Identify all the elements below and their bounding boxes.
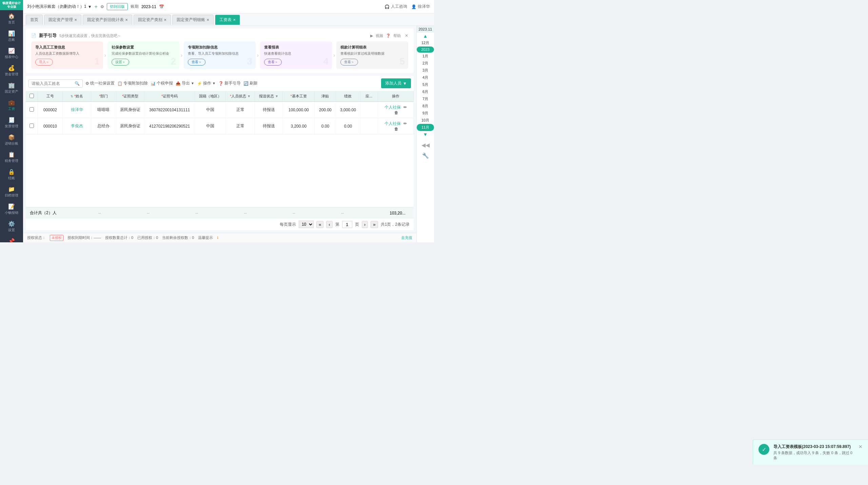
edit-icon-2[interactable]: ✏ — [403, 121, 407, 126]
wizard-close-button[interactable]: ✕ — [405, 33, 408, 38]
page-number-input[interactable] — [342, 221, 352, 228]
sidebar-item-ledger[interactable]: 📊 总账 — [0, 27, 23, 45]
select-all-checkbox[interactable] — [29, 94, 34, 98]
calendar-month-2[interactable]: 2月 — [417, 60, 434, 67]
sidebar-expand-icon[interactable]: ◀◀ — [420, 141, 431, 150]
edit-icon-1[interactable]: ✏ — [403, 105, 407, 110]
row-checkbox-2[interactable] — [26, 118, 38, 134]
topbar: 刘小艳演示账套（勿删勿动！）1 ▼ + ⚙ 切到旧版 账期 2023-11 📅 … — [23, 0, 434, 14]
deduction-btn[interactable]: 📋 专项附加扣除 — [117, 80, 148, 86]
main-panel: 📄 新手引导 5步快速完成设置，快去完善信息吧～ ▶ 视频 ❓ 帮助 ✕ — [23, 26, 416, 242]
tab-fixed-detail[interactable]: 固定资产明细账 ✕ — [172, 15, 214, 25]
switch-old-version-button[interactable]: 切到旧版 — [107, 3, 128, 10]
calendar-up-nav[interactable]: ▲ — [422, 33, 429, 39]
sidebar-item-close[interactable]: 🔒 结账 — [0, 166, 23, 183]
step-5-btn[interactable]: 查看＞ — [340, 59, 358, 66]
search-box[interactable]: 🔍 — [28, 79, 83, 88]
tab-salary-table[interactable]: 工资表 ✕ — [215, 15, 240, 25]
calendar-month-1[interactable]: 1月 — [417, 53, 434, 60]
archive-icon: 📁 — [8, 186, 15, 192]
tab-fixed-detail-close[interactable]: ✕ — [206, 18, 209, 22]
report-filter-icon[interactable]: ▼ — [275, 94, 278, 98]
calendar-month-12[interactable]: 12月 — [417, 39, 434, 46]
video-label[interactable]: 视频 — [376, 33, 383, 38]
tab-salary-table-close[interactable]: ✕ — [233, 18, 236, 22]
refresh-btn[interactable]: 🔄 刷新 — [243, 80, 258, 86]
sidebar-item-fixed[interactable]: 🏢 固定资产 — [0, 79, 23, 97]
guide-btn[interactable]: ❓ 新手引导 — [218, 80, 241, 86]
row-checkbox-1[interactable] — [26, 102, 38, 118]
sidebar-item-archive[interactable]: 📁 归档管理 — [0, 183, 23, 201]
calendar-month-11[interactable]: 11月 — [417, 124, 434, 131]
emp-ops-1[interactable]: 个人社保 ✏ 🗑 — [378, 102, 413, 118]
sidebar-item-salary[interactable]: 💼 工资 — [0, 97, 23, 114]
next-page-button[interactable]: › — [362, 221, 368, 228]
step-4-btn[interactable]: 查看＞ — [264, 59, 282, 66]
calendar-month-5[interactable]: 5月 — [417, 81, 434, 88]
calendar-month-9[interactable]: 9月 — [417, 110, 434, 117]
step-1-btn[interactable]: 导入＞ — [35, 59, 53, 66]
social-icon: ⚙ — [85, 81, 89, 86]
sidebar-tool-icon[interactable]: 🔧 — [421, 151, 430, 160]
tab-fixed-assets[interactable]: 固定资产管理 ✕ — [44, 15, 81, 25]
social-settings-btn[interactable]: ⚙ 统一社保设置 — [85, 80, 115, 86]
emp-name-2[interactable]: 李俊杰 — [63, 118, 91, 134]
purchase-icon: 📦 — [8, 134, 15, 141]
calendar-month-6[interactable]: 6月 — [417, 88, 434, 95]
sidebar-item-guide[interactable]: 📌 新手引导 — [0, 235, 23, 242]
sidebar-item-expense[interactable]: 📝 小畅报销 — [0, 201, 23, 218]
emp-name-1[interactable]: 徐泽华 — [63, 102, 91, 118]
go-charge-button[interactable]: 去充值 — [401, 235, 412, 240]
report-icon: 📈 — [8, 48, 15, 54]
step-2-btn[interactable]: 设置＞ — [112, 59, 129, 66]
wizard-step-4: 查看报表 快速查看统计信息 查看＞ 4 — [260, 41, 332, 69]
export-btn[interactable]: 📤 导出 ▼ — [176, 80, 194, 86]
prev-page-button[interactable]: ‹ — [326, 221, 332, 228]
calendar-month-3[interactable]: 3月 — [417, 67, 434, 74]
auth-label: 授权状态： — [27, 235, 46, 240]
step-3-btn[interactable]: 查看＞ — [188, 59, 205, 66]
calendar-month-8[interactable]: 8月 — [417, 102, 434, 110]
sidebar-item-invoice[interactable]: 🧾 发票管理 — [0, 114, 23, 131]
th-idno: *证照号码 — [144, 91, 195, 102]
settings-icon[interactable]: ⚙ — [100, 4, 104, 9]
sidebar-item-purchase[interactable]: 📦 进销台账 — [0, 131, 23, 149]
tab-fixed-type[interactable]: 固定资产类别 ✕ — [134, 15, 171, 25]
emp-ops-2[interactable]: 个人社保 ✏ 🗑 — [378, 118, 413, 134]
ai-consult-label: 人工咨询 — [391, 4, 407, 10]
last-page-button[interactable]: » — [371, 221, 378, 228]
wizard-title: 新手引导 — [39, 33, 57, 39]
fixed-icon: 🏢 — [8, 82, 15, 89]
search-input[interactable] — [32, 81, 73, 86]
delete-icon-2[interactable]: 🗑 — [394, 127, 398, 131]
add-employee-button[interactable]: 添加人员 ▼ — [381, 78, 411, 88]
logo-text: 畅捷通好会计 专业版 — [1, 1, 22, 9]
sidebar-item-report[interactable]: 📈 报表中心 — [0, 45, 23, 62]
tab-fixed-assets-close[interactable]: ✕ — [74, 18, 77, 22]
user-profile[interactable]: 👤 徐泽华 — [411, 4, 430, 10]
calendar-month-4[interactable]: 4月 — [417, 74, 434, 81]
first-page-button[interactable]: « — [316, 221, 323, 228]
sidebar-item-settings[interactable]: ⚙️ 设置 — [0, 218, 23, 235]
calendar-month-7[interactable]: 7月 — [417, 95, 434, 102]
operations-btn[interactable]: ⚡ 操作 ▼ — [197, 80, 216, 86]
per-page-select[interactable]: 10 20 50 — [299, 221, 314, 228]
tab-home[interactable]: 首页 — [26, 15, 43, 25]
sidebar-item-home[interactable]: 🏠 首页 — [0, 10, 23, 27]
tab-fixed-type-close[interactable]: ✕ — [164, 18, 166, 22]
status-filter-icon[interactable]: ▼ — [247, 94, 251, 98]
sidebar-item-tax[interactable]: 📋 税务管理 — [0, 149, 23, 166]
delete-icon-1[interactable]: 🗑 — [394, 110, 398, 115]
tax-report-btn[interactable]: 📊 个税申报 — [151, 80, 173, 86]
calendar-icon[interactable]: 📅 — [159, 4, 164, 9]
ai-consult[interactable]: 🎧 人工咨询 — [384, 4, 407, 10]
calendar-down-nav[interactable]: ▼ — [422, 131, 429, 138]
account-selector[interactable]: 刘小艳演示账套（勿删勿动！）1 ▼ — [27, 4, 92, 10]
sidebar-item-finance[interactable]: 💰 资金管理 — [0, 62, 23, 79]
tab-depreciation[interactable]: 固定资产折旧统计表 ✕ — [83, 15, 132, 25]
add-account-icon[interactable]: + — [95, 4, 98, 10]
calendar-year-2023[interactable]: 2023 — [417, 46, 434, 53]
help-label[interactable]: 帮助 — [393, 33, 401, 38]
calendar-month-10[interactable]: 10月 — [417, 117, 434, 124]
tab-depreciation-close[interactable]: ✕ — [125, 18, 128, 22]
